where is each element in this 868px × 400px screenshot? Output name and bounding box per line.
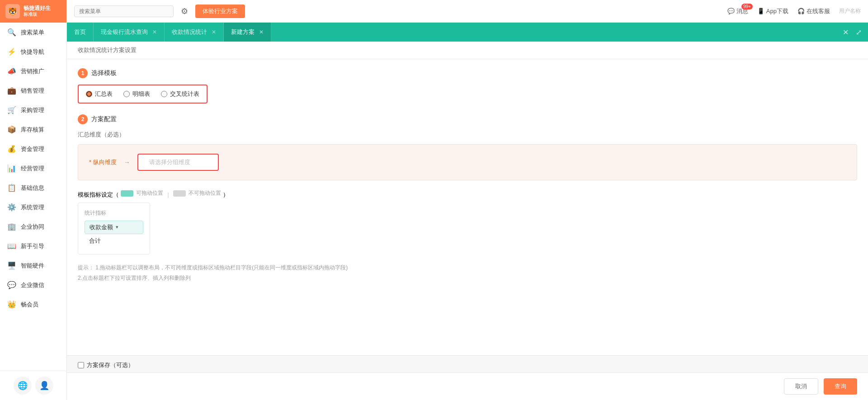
sidebar-logo: 🐯 畅捷通好生 标准版 xyxy=(0,0,66,23)
query-button[interactable]: 查询 xyxy=(824,378,857,395)
tab-home[interactable]: 首页 xyxy=(67,23,94,42)
sidebar-item-8[interactable]: 📋基础信息 xyxy=(0,178,66,198)
logo-icon: 🐯 xyxy=(5,4,20,19)
stats-items: 收款金额 ▾ 合计 xyxy=(85,221,143,248)
sidebar-icon-11: 📖 xyxy=(7,242,16,250)
sidebar-label-1: 快捷导航 xyxy=(21,48,44,56)
tab-close-icon[interactable]: ✕ xyxy=(841,26,850,38)
sidebar-label-13: 企业微信 xyxy=(21,281,44,289)
stats-label: 统计指标 xyxy=(85,209,143,217)
stats-container: 统计指标 收款金额 ▾ 合计 xyxy=(78,202,150,254)
indicators-header: 模板指标设定（ 可拖动位置 | 不可拖动位置 ） xyxy=(78,189,857,199)
sidebar-icon-3: 💼 xyxy=(7,86,16,95)
template-cross[interactable]: 交叉统计表 xyxy=(161,90,199,98)
tabs-bar: 首页 现金银行流水查询 ✕ 收款情况统计 ✕ 新建方案 ✕ ✕ ⤢ xyxy=(67,23,868,42)
template-detail-radio[interactable] xyxy=(123,91,130,97)
sidebar-icon-1: ⚡ xyxy=(7,47,16,56)
required-mark: * xyxy=(89,159,93,165)
logo-text: 畅捷通好生 xyxy=(24,5,51,11)
tab-new-plan-close[interactable]: ✕ xyxy=(259,29,264,35)
step2-number: 2 xyxy=(78,114,88,124)
sidebar-item-10[interactable]: 🏢企业协同 xyxy=(0,217,66,236)
tab-receivables-label: 收款情况统计 xyxy=(172,28,207,36)
sidebar-label-10: 企业协同 xyxy=(21,223,44,231)
sidebar-label-7: 经营管理 xyxy=(21,165,44,173)
template-cross-label: 交叉统计表 xyxy=(170,90,199,98)
template-summary-label: 汇总表 xyxy=(95,90,113,98)
support-icon: 🎧 xyxy=(797,8,805,14)
sidebar-icon-5: 📦 xyxy=(7,125,16,134)
template-options: 汇总表 明细表 交叉统计表 xyxy=(78,85,208,104)
notifications-button[interactable]: 💬 消息 99+ xyxy=(727,7,748,15)
sidebar-item-1[interactable]: ⚡快捷导航 xyxy=(0,42,66,61)
hint-draggable-label: 可拖动位置 xyxy=(136,189,163,197)
sidebar-nav: 🔍搜索菜单⚡快捷导航📣营销推广💼销售管理🛒采购管理📦库存核算💰资金管理📊经营管理… xyxy=(0,23,66,371)
sidebar-item-2[interactable]: 📣营销推广 xyxy=(0,61,66,81)
template-summary[interactable]: 汇总表 xyxy=(86,90,113,98)
sidebar-item-4[interactable]: 🛒采购管理 xyxy=(0,100,66,120)
support-label: 在线客服 xyxy=(807,7,830,15)
chevron-down-icon: ▾ xyxy=(116,224,118,230)
save-option[interactable]: 方案保存（可选） xyxy=(78,361,134,369)
main-area: ⚙ 体验行业方案 💬 消息 99+ 📱 App下载 🎧 在线客服 用户名称 首页… xyxy=(67,0,868,400)
sidebar-item-5[interactable]: 📦库存核算 xyxy=(0,120,66,139)
template-summary-radio[interactable] xyxy=(86,91,92,97)
tab-expand-icon[interactable]: ⤢ xyxy=(854,26,863,38)
sidebar-label-5: 库存核算 xyxy=(21,126,44,134)
hint-not-draggable: 不可拖动位置 xyxy=(173,189,221,197)
search-input[interactable] xyxy=(74,5,174,17)
indicators-label: 模板指标设定（ xyxy=(78,191,119,198)
tab-cashflow[interactable]: 现金银行流水查询 ✕ xyxy=(94,23,165,42)
sidebar-icon-6: 💰 xyxy=(7,145,16,153)
stats-total: 合计 xyxy=(85,234,143,248)
download-icon: 📱 xyxy=(757,8,764,14)
dimension-input[interactable]: 请选择分组维度 xyxy=(137,154,219,171)
step2-header: 2 方案配置 xyxy=(78,114,857,124)
tab-home-label: 首页 xyxy=(74,28,86,36)
download-button[interactable]: 📱 App下载 xyxy=(757,7,788,15)
sidebar-item-12[interactable]: 🖥️智能硬件 xyxy=(0,256,66,275)
sidebar-label-2: 营销推广 xyxy=(21,67,44,75)
sidebar-label-8: 基础信息 xyxy=(21,184,44,192)
sidebar-item-9[interactable]: ⚙️系统管理 xyxy=(0,198,66,217)
sidebar-icon-7: 📊 xyxy=(7,164,16,173)
tab-receivables-close[interactable]: ✕ xyxy=(212,29,216,35)
tab-new-plan[interactable]: 新建方案 ✕ xyxy=(224,23,271,42)
separator: | xyxy=(167,191,169,198)
message-icon: 💬 xyxy=(727,8,735,14)
sidebar-icon-13: 💬 xyxy=(7,281,16,289)
template-cross-radio[interactable] xyxy=(161,91,167,97)
sidebar-label-4: 采购管理 xyxy=(21,106,44,114)
sidebar-label-0: 搜索菜单 xyxy=(21,28,44,37)
stats-tag-amount[interactable]: 收款金额 ▾ xyxy=(85,221,143,234)
sidebar-label-9: 系统管理 xyxy=(21,203,44,212)
support-button[interactable]: 🎧 在线客服 xyxy=(797,7,830,15)
page-title: 收款情况统计方案设置 xyxy=(67,42,868,59)
sidebar-label-12: 智能硬件 xyxy=(21,262,44,270)
tip-2: 2.点击标题栏下拉可设置排序、插入列和删除列 xyxy=(78,274,857,282)
sidebar-icon-14: 👑 xyxy=(7,300,16,309)
draggable-icon xyxy=(121,190,133,197)
sidebar-item-3[interactable]: 💼销售管理 xyxy=(0,81,66,100)
tab-cashflow-label: 现金银行流水查询 xyxy=(101,28,148,36)
sidebar-item-7[interactable]: 📊经营管理 xyxy=(0,159,66,178)
template-detail[interactable]: 明细表 xyxy=(123,90,150,98)
sidebar-item-6[interactable]: 💰资金管理 xyxy=(0,139,66,159)
sidebar-item-13[interactable]: 💬企业微信 xyxy=(0,275,66,295)
notifications-count: 99+ xyxy=(741,4,753,9)
sidebar-item-14[interactable]: 👑畅会员 xyxy=(0,295,66,314)
version-badge: 标准版 xyxy=(24,11,51,18)
bottom-bar: 方案保存（可选） xyxy=(67,355,868,375)
trial-button[interactable]: 体验行业方案 xyxy=(195,5,245,18)
sidebar-footer-icon-1[interactable]: 🌐 xyxy=(14,376,32,395)
settings-icon[interactable]: ⚙ xyxy=(179,6,190,16)
sidebar-footer-icon-2[interactable]: 👤 xyxy=(35,376,53,395)
sidebar-item-11[interactable]: 📖新手引导 xyxy=(0,236,66,256)
cancel-button[interactable]: 取消 xyxy=(784,378,818,395)
save-checkbox[interactable] xyxy=(78,362,84,368)
sidebar-item-0[interactable]: 🔍搜索菜单 xyxy=(0,23,66,42)
footer-actions: 取消 查询 xyxy=(67,372,868,400)
tab-cashflow-close[interactable]: ✕ xyxy=(152,29,157,35)
tab-receivables[interactable]: 收款情况统计 ✕ xyxy=(165,23,224,42)
sidebar-icon-4: 🛒 xyxy=(7,106,16,114)
